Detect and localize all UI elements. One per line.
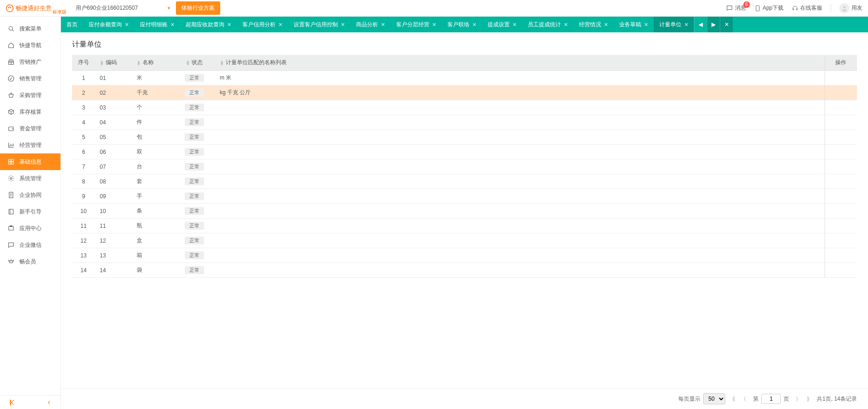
tab-5[interactable]: 设置客户信用控制✕ [288,17,350,32]
tenant-selector[interactable]: 用户690企业1660120507 ▾ [76,4,170,12]
close-icon[interactable]: ✕ [125,22,129,28]
chevron-down-icon: ▾ [168,5,170,11]
grid-icon [7,158,15,165]
tabs-close-all[interactable]: ✕ [720,17,733,32]
table-header-row: 序号 ▲▼编码 ▲▼名称 ▲▼状态 ▲▼计量单位匹配的名称列表 操作 [72,55,857,71]
page-last-button[interactable]: ⟫ [805,396,811,402]
tab-12[interactable]: 业务草稿✕ [614,17,654,32]
cell-code: 11 [95,219,132,233]
table-row[interactable]: 1010条正常 [72,204,857,219]
status-badge: 正常 [185,251,204,259]
page-next-button[interactable]: ⟩ [795,396,800,402]
sidebar-item-10[interactable]: 企业协同 [0,187,60,203]
table-row[interactable]: 606双正常 [72,145,857,159]
close-icon[interactable]: ✕ [227,22,231,28]
sidebar-item-4[interactable]: 采购管理 [0,87,60,104]
table-row[interactable]: 1414袋正常 [72,263,857,278]
tab-8[interactable]: 客户联络✕ [442,17,482,32]
cell-alias [215,174,825,189]
sidebar-item-8[interactable]: 基础信息 [0,153,60,170]
table-row[interactable]: 303个正常 [72,100,857,115]
table-row[interactable]: 505包正常 [72,130,857,145]
sidebar-item-7[interactable]: 经营管理 [0,137,60,153]
close-icon[interactable]: ✕ [278,22,283,28]
cell-name: 盒 [132,233,174,248]
tab-9[interactable]: 提成设置✕ [482,17,522,32]
th-index[interactable]: 序号 [72,55,95,71]
close-icon[interactable]: ✕ [604,22,608,28]
cta-button[interactable]: 体验行业方案 [176,1,220,15]
close-icon[interactable]: ✕ [170,22,175,28]
cell-code: 09 [95,189,132,204]
tab-7[interactable]: 客户分层经营✕ [391,17,442,32]
table-row[interactable]: 202千克正常kg 千克 公斤 [72,85,857,100]
page-first-button[interactable]: ⟪ [731,396,737,402]
table-row[interactable]: 808套正常 [72,174,857,189]
table-row[interactable]: 1313箱正常 [72,248,857,263]
tab-4[interactable]: 客户信用分析✕ [237,17,288,32]
cell-status: 正常 [174,130,215,145]
tabs-scroll-right[interactable]: ▶ [707,17,720,32]
tab-3[interactable]: 超期应收款查询✕ [180,17,237,32]
svg-rect-8 [9,159,11,162]
table-row[interactable]: 1212盒正常 [72,233,857,248]
close-icon[interactable]: ✕ [341,22,345,28]
download-button[interactable]: App下载 [754,4,784,12]
close-icon[interactable]: ✕ [684,22,688,28]
sidebar-item-11[interactable]: 新手引导 [0,203,60,220]
tab-label: 提成设置 [488,21,510,29]
tab-2[interactable]: 应付明细账✕ [134,17,180,32]
th-code[interactable]: ▲▼编码 [95,55,132,71]
tab-11[interactable]: 经营情况✕ [573,17,614,32]
sidebar-item-2[interactable]: 营销推广 [0,54,60,70]
table-row[interactable]: 101米正常m 米 [72,71,857,85]
sidebar-item-1[interactable]: 快捷导航 [0,37,60,54]
tab-1[interactable]: 应付余额查询✕ [83,17,134,32]
status-badge: 正常 [185,89,204,97]
table-row[interactable]: 404件正常 [72,115,857,130]
close-icon[interactable]: ✕ [381,22,385,28]
th-alias[interactable]: ▲▼计量单位匹配的名称列表 [215,55,825,71]
per-page-select[interactable]: 50 [703,393,725,404]
page-prev-button[interactable]: ⟨ [742,396,747,402]
cell-alias [215,204,825,219]
per-page-label: 每页显示 [678,395,700,403]
user-menu[interactable]: 用友 [839,3,862,13]
support-button[interactable]: 在线客服 [792,4,822,12]
tabs-scroll-left[interactable]: ◀ [694,17,707,32]
sidebar-item-14[interactable]: 畅会员 [0,253,60,270]
cell-alias [215,189,825,204]
cell-code: 06 [95,145,132,159]
th-status[interactable]: ▲▼状态 [174,55,215,71]
basket-icon [7,92,15,99]
page-input[interactable] [761,394,781,404]
svg-point-0 [6,5,13,12]
table-row[interactable]: 909手正常 [72,189,857,204]
sidebar-item-13[interactable]: 企业微信 [0,237,60,253]
tab-13[interactable]: 计量单位✕ [654,17,694,32]
sidebar-item-5[interactable]: 库存核算 [0,104,60,120]
tab-0[interactable]: 首页 [61,17,83,32]
table-wrap[interactable]: 序号 ▲▼编码 ▲▼名称 ▲▼状态 ▲▼计量单位匹配的名称列表 操作 101米正… [61,55,868,388]
sidebar-item-9[interactable]: 系统管理 [0,170,60,187]
table-row[interactable]: 707台正常 [72,159,857,174]
close-icon[interactable]: ✕ [472,22,476,28]
close-icon[interactable]: ✕ [564,22,568,28]
user-icon [841,5,848,12]
tab-10[interactable]: 员工提成统计✕ [522,17,573,32]
tab-6[interactable]: 商品分析✕ [350,17,391,32]
close-icon[interactable]: ✕ [644,22,648,28]
sidebar-item-6[interactable]: 资金管理 [0,120,60,137]
sidebar-prev-icon[interactable] [8,399,16,406]
th-name[interactable]: ▲▼名称 [132,55,174,71]
sidebar-collapse-icon[interactable] [46,399,52,406]
sidebar-item-12[interactable]: 应用中心 [0,220,60,237]
close-icon[interactable]: ✕ [432,22,436,28]
status-badge: 正常 [185,192,204,200]
sidebar-item-0[interactable]: 搜索菜单 [0,20,60,37]
table-row[interactable]: 1111瓶正常 [72,219,857,233]
close-icon[interactable]: ✕ [512,22,517,28]
sidebar-item-3[interactable]: 销售管理 [0,70,60,87]
messages-button[interactable]: 消息 6 [726,4,746,12]
cell-alias: kg 千克 公斤 [215,85,825,100]
